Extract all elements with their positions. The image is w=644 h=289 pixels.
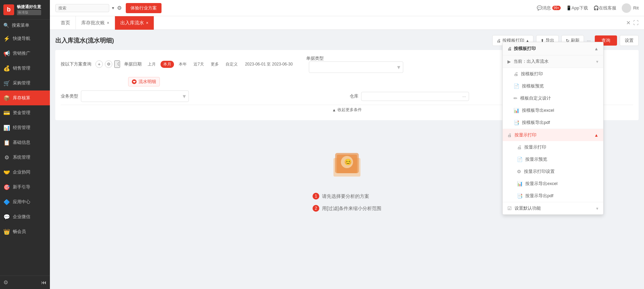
warehouse-select[interactable]: ···: [361, 92, 469, 101]
search-icon: 🔍: [3, 23, 9, 28]
date-shortcut-this-month[interactable]: 本月: [160, 61, 174, 68]
dropdown-template-preview[interactable]: 📄 按模板预览: [503, 80, 603, 92]
dropdown-template-export-pdf[interactable]: 📑 按模板导出pdf: [503, 116, 603, 129]
expand-window-icon[interactable]: ⛶: [633, 20, 639, 26]
page-title: 出入库流水(流水明细): [55, 36, 114, 45]
sidebar-item-purchase[interactable]: 🛒 采购管理: [0, 76, 50, 90]
logo-text: 畅捷通好生意 标准版: [17, 4, 41, 15]
display-print-section-icon: 🖨: [507, 133, 512, 138]
biz-type-select[interactable]: ▾: [81, 90, 189, 102]
sidebar: b 畅捷通好生意 标准版 🔍 搜索菜单 ⚡ 快捷导航 📢 营销推广 💰 销售管理…: [0, 0, 50, 289]
dropdown-template-export-excel[interactable]: 📊 按模板导出excel: [503, 104, 603, 116]
date-shortcut-last-month[interactable]: 上月: [146, 61, 158, 68]
dropdown-display-export-excel[interactable]: 📊 按显示导出excel: [503, 178, 603, 190]
online-service-button[interactable]: 🎧 在线客服: [593, 5, 616, 11]
sidebar-bottom: ⚙ ⏮: [0, 275, 50, 289]
display-section-title: 🖨 按显示打印: [507, 132, 536, 138]
display-section: 🖨 按显示打印 ▲ 🖨 按显示打印 📄 按显示预览 ⚙ 按显示打印设置: [503, 129, 603, 202]
inventory-icon: 📦: [3, 95, 10, 101]
biz-type-chevron-icon: ▾: [183, 93, 186, 100]
search-menu-item[interactable]: 🔍 搜索菜单: [0, 20, 50, 31]
sidebar-item-quick-nav[interactable]: ⚡ 快捷导航: [0, 31, 50, 46]
filter-settings-button[interactable]: ⚙: [105, 60, 112, 68]
settings-button[interactable]: 设置: [620, 35, 639, 46]
warehouse-dots-icon[interactable]: ···: [462, 94, 466, 99]
doc-type-chevron-icon: ▾: [397, 63, 400, 71]
main-area: ▾ ⚙ 体验行业方案 💬 消息 99+ 📱 App下载 🎧 在线客服 Rit: [50, 0, 644, 289]
sidebar-item-finance[interactable]: 💳 资金管理: [0, 105, 50, 120]
close-window-icon[interactable]: ✕: [626, 20, 631, 26]
set-default-icon: ☑: [507, 206, 512, 211]
topbar-search-input[interactable]: [55, 4, 109, 12]
sidebar-item-system[interactable]: ⚙ 系统管理: [0, 150, 50, 165]
trial-button[interactable]: 体验行业方案: [126, 3, 162, 13]
empty-illustration: 😊: [327, 144, 367, 185]
filter-collapse-button[interactable]: 《: [114, 60, 120, 68]
sidebar-item-basic-info[interactable]: 📋 基础信息: [0, 135, 50, 150]
current-chevron-icon: ▾: [596, 59, 598, 64]
date-shortcut-this-year[interactable]: 本年: [177, 61, 189, 68]
sidebar-item-guide[interactable]: 🎯 新手引导: [0, 180, 50, 194]
filter-add-button[interactable]: +: [95, 60, 103, 68]
sidebar-item-wecom[interactable]: 💬 企业微信: [0, 209, 50, 224]
dropdown-display-preview[interactable]: 📄 按显示预览: [503, 153, 603, 165]
app-download-button[interactable]: 📱 App下载: [566, 5, 588, 11]
display-preview-icon: 📄: [517, 157, 523, 162]
display-pdf-icon: 📑: [517, 193, 523, 199]
tab-home[interactable]: 首页: [55, 16, 76, 30]
logo-area: b 畅捷通好生意 标准版: [0, 0, 50, 20]
guide-icon: 🎯: [3, 184, 10, 190]
display-section-collapse-icon: ▲: [594, 133, 598, 138]
dropdown-display-print[interactable]: 🖨 按显示打印: [503, 141, 603, 153]
template-pdf-icon: 📑: [514, 120, 519, 125]
basic-info-icon: 📋: [3, 139, 10, 146]
topbar-settings-icon[interactable]: ⚙: [117, 5, 122, 11]
sidebar-item-operations[interactable]: 📊 经营管理: [0, 120, 50, 135]
dropdown-display-export-pdf[interactable]: 📑 按显示导出pdf: [503, 190, 603, 202]
date-shortcut-more[interactable]: 更多: [209, 61, 221, 68]
dropdown-template-print[interactable]: 🖨 按模板打印: [503, 68, 603, 80]
tab-inventory-flow[interactable]: 出入库流水 ×: [115, 16, 154, 30]
operations-icon: 📊: [3, 124, 10, 131]
sidebar-item-enterprise[interactable]: 🤝 企业协同: [0, 165, 50, 180]
date-shortcut-7days[interactable]: 近7天: [192, 61, 206, 68]
dropdown-collapse-icon[interactable]: ▲: [594, 46, 598, 51]
collapse-sidebar-icon[interactable]: ⏮: [41, 280, 47, 286]
sidebar-item-app-center[interactable]: 🔷 应用中心: [0, 194, 50, 209]
dropdown-template-custom[interactable]: ✏ 模板自定义设计: [503, 92, 603, 104]
date-shortcut-custom[interactable]: 自定义: [224, 61, 240, 68]
close-inventory-flow-tab[interactable]: ×: [146, 21, 148, 25]
sidebar-item-inventory[interactable]: 📦 库存核算: [0, 90, 50, 105]
dropdown-current-label: ▶ 当前：出入库流水 ▾: [503, 55, 603, 68]
sidebar-nav: ⚡ 快捷导航 📢 营销推广 💰 销售管理 🛒 采购管理 📦 库存核算 💳 资金管…: [0, 31, 50, 275]
sales-icon: 💰: [3, 65, 10, 72]
dropdown-set-default[interactable]: ☑ 设置默认功能 ▾: [503, 202, 603, 214]
dropdown-display-print-settings[interactable]: ⚙ 按显示打印设置: [503, 165, 603, 178]
svg-text:😊: 😊: [344, 158, 352, 166]
step-2-num: 2: [313, 205, 319, 212]
template-custom-icon: ✏: [514, 96, 518, 101]
sidebar-item-member[interactable]: 👑 畅会员: [0, 224, 50, 239]
messages-button[interactable]: 💬 消息 99+: [537, 5, 561, 11]
sidebar-item-marketing[interactable]: 📢 营销推广: [0, 46, 50, 61]
doc-type-select[interactable]: ▾: [309, 61, 403, 73]
print-header-icon: 🖨: [507, 46, 512, 51]
topbar: ▾ ⚙ 体验行业方案 💬 消息 99+ 📱 App下载 🎧 在线客服 Rit: [50, 0, 644, 16]
marketing-icon: 📢: [3, 50, 10, 57]
close-inventory-batch-tab[interactable]: ×: [107, 21, 109, 25]
current-flow-icon: ▶: [507, 59, 511, 64]
tab-inventory-batch[interactable]: 库存批次账 ×: [76, 16, 115, 30]
template-print-icon: 🖨: [514, 71, 518, 77]
tag-icon: ❤: [132, 79, 137, 84]
member-icon: 👑: [3, 228, 10, 235]
display-print-icon: 🖨: [517, 144, 522, 150]
dropdown-footer: ☑ 设置默认功能 ▾: [503, 202, 603, 214]
user-area[interactable]: Rit: [622, 3, 639, 13]
step-1: 1 请先选择要分析的方案: [313, 191, 381, 201]
topbar-dropdown-icon[interactable]: ▾: [112, 5, 114, 10]
step-1-num: 1: [313, 193, 319, 200]
sidebar-item-sales[interactable]: 💰 销售管理: [0, 61, 50, 76]
settings-bottom-icon[interactable]: ⚙: [3, 279, 8, 286]
display-section-header[interactable]: 🖨 按显示打印 ▲: [503, 129, 603, 141]
print-dropdown-panel: 🖨 按模板打印 ▲ ▶ 当前：出入库流水 ▾ 🖨 按模板打印 📄 按模板预览 ✏: [502, 42, 604, 215]
